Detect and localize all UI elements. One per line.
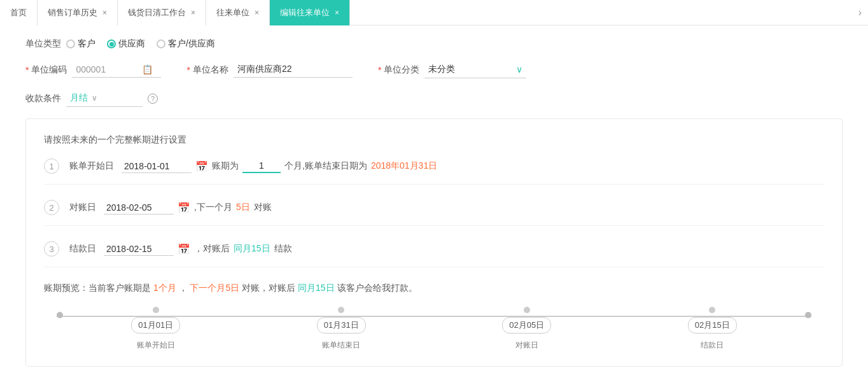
preview-part2: 下一个月5日 — [190, 283, 239, 293]
period-row-1: 1 账单开始日 📅 账期为 个月,账单结束日期为 2018年01月31日 — [44, 158, 824, 185]
statement-date-cal-icon[interactable]: 📅 — [178, 202, 190, 214]
period-text-1a: 账期为 — [212, 160, 239, 172]
unit-info-row: * 单位编码 📋 * 单位名称 * 单位分类 未分类 ∨ — [25, 61, 843, 78]
unit-class-label: 单位分类 — [384, 64, 419, 76]
node-2-badge: 01月31日 — [317, 317, 366, 334]
tab-partners-close[interactable]: × — [255, 8, 259, 17]
unit-code-label: 单位编码 — [31, 64, 67, 76]
period-row-3: 3 结款日 📅 ，对账后 同月15日 结款 — [44, 241, 824, 267]
unit-code-required: * — [25, 65, 29, 75]
payment-row: 收款条件 月结 ∨ ? — [25, 90, 843, 107]
step-2: 2 — [44, 200, 59, 215]
unit-name-group: * 单位名称 — [186, 62, 352, 78]
unit-class-dropdown[interactable]: 未分类 ∨ — [424, 61, 526, 78]
period-text-2a: ,下一个月 — [194, 202, 232, 213]
payment-date-cal-icon[interactable]: 📅 — [178, 243, 190, 255]
tab-cash-work-label: 钱货日清工作台 — [128, 7, 186, 18]
radio-supplier[interactable]: 供应商 — [107, 38, 145, 50]
statement-date-input[interactable] — [104, 201, 174, 215]
timeline-end-dot — [805, 312, 811, 318]
tab-sales-history-label: 销售订单历史 — [48, 7, 97, 18]
node-3-badge: 02月05日 — [502, 317, 551, 334]
node-3-dot — [524, 307, 530, 313]
radio-customer-label: 客户 — [78, 38, 95, 50]
timeline-node-2: 01月31日 账单结束日 — [317, 307, 366, 351]
radio-both[interactable]: 客户/供应商 — [157, 38, 215, 50]
unit-class-arrow-icon: ∨ — [516, 64, 522, 74]
statement-day-highlight: 5日 — [236, 202, 250, 213]
tab-home[interactable]: 首页 — [0, 0, 38, 25]
tab-home-label: 首页 — [10, 7, 27, 18]
timeline-node-4: 02月15日 结款日 — [688, 307, 737, 351]
period-text-2b: 对账 — [254, 202, 272, 213]
node-2-sublabel: 账单结束日 — [322, 340, 360, 351]
node-3-sublabel: 对账日 — [515, 340, 538, 351]
period-text-3b: 结款 — [274, 243, 292, 255]
payment-value: 月结 — [70, 92, 88, 104]
unit-name-required: * — [186, 65, 190, 75]
period-row-2: 2 对账日 📅 ,下一个月 5日 对账 — [44, 200, 824, 226]
period-text-1b: 个月,账单结束日期为 — [284, 160, 367, 172]
timeline-node-1: 01月01日 账单开始日 — [131, 307, 180, 351]
payment-date-input[interactable] — [104, 243, 174, 256]
unit-name-label: 单位名称 — [193, 64, 228, 76]
step-3: 3 — [44, 241, 59, 257]
period-end-date-highlight: 2018年01月31日 — [371, 160, 437, 172]
payment-arrow-icon: ∨ — [92, 94, 97, 102]
tab-cash-work-close[interactable]: × — [191, 8, 195, 17]
timeline-container: 01月01日 账单开始日 01月31日 账单结束日 02月05日 对账日 — [44, 307, 824, 351]
timeline-left-dot — [57, 312, 63, 318]
tab-sales-history-close[interactable]: × — [102, 8, 107, 17]
tab-partners[interactable]: 往来单位 × — [206, 0, 270, 25]
radio-supplier-label: 供应商 — [118, 38, 145, 50]
tab-sales-history[interactable]: 销售订单历史 × — [38, 0, 118, 25]
unit-class-value: 未分类 — [428, 64, 516, 75]
period-label-1: 账单开始日 — [69, 160, 114, 172]
preview-comma: ， — [179, 283, 188, 293]
timeline-right-dot — [805, 312, 811, 318]
radio-both-label: 客户/供应商 — [168, 38, 215, 50]
tab-edit-partner-label: 编辑往来单位 — [280, 7, 330, 18]
timeline-badges: 01月01日 账单开始日 01月31日 账单结束日 02月05日 对账日 — [63, 307, 805, 351]
node-2-dot — [338, 307, 344, 313]
period-text-3a: ，对账后 — [194, 243, 230, 255]
start-date-input[interactable] — [122, 160, 192, 173]
tabs-bar: 首页 销售订单历史 × 钱货日清工作台 × 往来单位 × 编辑往来单位 × › — [0, 0, 868, 25]
radio-supplier-circle — [107, 39, 116, 48]
unit-type-label: 单位类型 — [25, 38, 61, 50]
preview-label: 账期预览：当前客户账期是 — [44, 283, 151, 293]
timeline-start-dot — [57, 312, 63, 318]
node-1-badge: 01月01日 — [131, 317, 180, 334]
tab-edit-partner[interactable]: 编辑往来单位 × — [270, 0, 350, 25]
payment-help-icon[interactable]: ? — [148, 94, 158, 104]
radio-both-circle — [157, 39, 165, 48]
content-area: 单位类型 客户 供应商 客户/供应商 * 单位编码 📋 — [0, 25, 868, 387]
unit-code-group: * 单位编码 📋 — [25, 62, 161, 78]
radio-customer-circle — [66, 39, 75, 48]
payment-dropdown[interactable]: 月结 ∨ — [66, 90, 143, 107]
preview-text: 账期预览：当前客户账期是 1个月 ， 下一个月5日 对账，对账后 同月15日 该… — [44, 283, 824, 294]
section-title: 请按照未来的一个完整帐期进行设置 — [44, 134, 824, 146]
period-label-2: 对账日 — [69, 202, 96, 213]
unit-code-input[interactable] — [76, 64, 139, 74]
period-months-input[interactable] — [242, 159, 281, 173]
node-4-badge: 02月15日 — [688, 317, 737, 334]
step-1: 1 — [44, 158, 59, 174]
tab-partners-label: 往来单位 — [216, 7, 249, 18]
node-1-sublabel: 账单开始日 — [137, 340, 175, 351]
unit-name-input[interactable] — [234, 62, 353, 78]
radio-customer[interactable]: 客户 — [66, 38, 95, 50]
unit-type-row: 单位类型 客户 供应商 客户/供应商 — [25, 38, 843, 50]
node-4-dot — [709, 307, 715, 313]
tab-cash-work[interactable]: 钱货日清工作台 × — [118, 0, 206, 25]
period-section: 请按照未来的一个完整帐期进行设置 1 账单开始日 📅 账期为 个月,账单结束日期… — [25, 118, 843, 367]
tab-edit-partner-close[interactable]: × — [335, 8, 339, 17]
timeline-nodes: 01月01日 账单开始日 01月31日 账单结束日 02月05日 对账日 — [57, 307, 811, 351]
unit-code-icon[interactable]: 📋 — [142, 64, 153, 74]
period-label-3: 结款日 — [69, 243, 96, 255]
preview-text2: 对账，对账后 — [242, 283, 295, 293]
tab-scroll-arrow[interactable]: › — [852, 7, 868, 18]
timeline-node-3: 02月05日 对账日 — [502, 307, 551, 351]
preview-text3: 该客户会给我打款。 — [337, 283, 417, 293]
start-date-cal-icon[interactable]: 📅 — [195, 160, 208, 172]
